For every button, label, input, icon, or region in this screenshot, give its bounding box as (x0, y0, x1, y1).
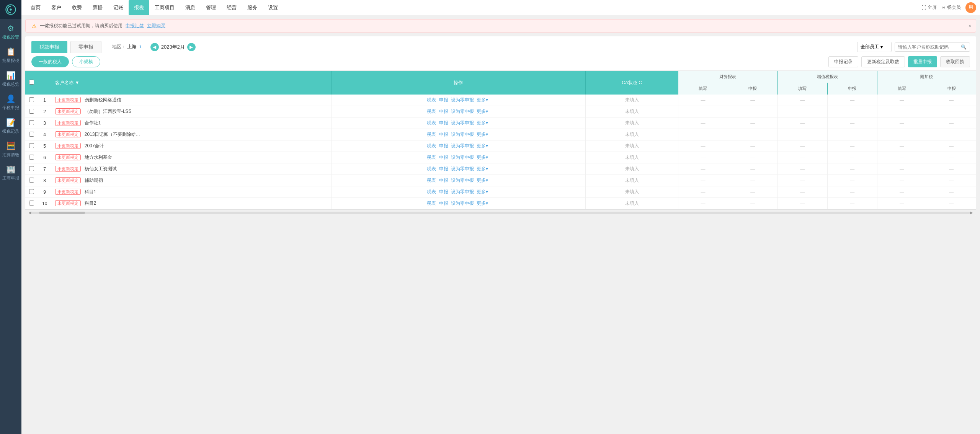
staff-select-dropdown[interactable]: 全部员工 ▾ (857, 42, 892, 52)
nav-billing[interactable]: 收费 (67, 0, 87, 15)
op-2-6[interactable]: 设为零申报 (451, 166, 474, 171)
th-fin-dec: 申报 (728, 83, 777, 95)
op-1-5[interactable]: 申报 (439, 155, 448, 160)
nav-home[interactable]: 首页 (25, 0, 46, 15)
row-checkbox-2[interactable] (29, 120, 34, 125)
row-checkbox-7[interactable] (29, 178, 34, 183)
op-1-4[interactable]: 申报 (439, 143, 448, 148)
row-checkbox-3[interactable] (29, 132, 34, 137)
op-0-3[interactable]: 税表 (427, 132, 436, 137)
op-1-6[interactable]: 申报 (439, 166, 448, 171)
row-checkbox-4[interactable] (29, 143, 34, 148)
op-3-3[interactable]: 更多▾ (477, 132, 488, 137)
sidebar-item-personal-tax[interactable]: 👤 个税申报 (0, 90, 21, 113)
tab-zero-declaration[interactable]: 零申报 (70, 41, 101, 53)
date-prev-button[interactable]: ◀ (150, 43, 159, 51)
op-2-3[interactable]: 设为零申报 (451, 132, 474, 137)
row-checkbox-0[interactable] (29, 97, 34, 102)
op-2-7[interactable]: 设为零申报 (451, 178, 474, 183)
op-3-6[interactable]: 更多▾ (477, 166, 488, 171)
nav-settings[interactable]: 设置 (263, 0, 283, 15)
collect-return-button[interactable]: 收取回执 (940, 56, 970, 67)
op-3-2[interactable]: 更多▾ (477, 120, 488, 126)
op-1-9[interactable]: 申报 (439, 201, 448, 206)
op-2-5[interactable]: 设为零申报 (451, 155, 474, 160)
op-2-4[interactable]: 设为零申报 (451, 143, 474, 148)
op-1-1[interactable]: 申报 (439, 109, 448, 114)
op-0-7[interactable]: 税表 (427, 178, 436, 183)
banner-link-buy[interactable]: 立即购买 (147, 23, 165, 29)
op-2-0[interactable]: 设为零申报 (451, 97, 474, 103)
op-0-5[interactable]: 税表 (427, 155, 436, 160)
nav-operations[interactable]: 经营 (221, 0, 242, 15)
user-avatar[interactable]: 用 (965, 2, 976, 13)
row-checkbox-8[interactable] (29, 189, 34, 194)
nav-bookkeeping[interactable]: 记账 (108, 0, 129, 15)
sidebar-item-tax-overview[interactable]: 📊 报税总览 (0, 66, 21, 90)
op-0-6[interactable]: 税表 (427, 166, 436, 171)
scroll-right-arrow[interactable]: ▶ (970, 210, 973, 215)
op-1-0[interactable]: 申报 (439, 97, 448, 103)
nav-service[interactable]: 服务 (242, 0, 263, 15)
op-1-7[interactable]: 申报 (439, 178, 448, 183)
op-1-2[interactable]: 申报 (439, 120, 448, 126)
scroll-thumb[interactable] (39, 212, 85, 214)
region-info-icon[interactable]: ℹ (139, 44, 141, 49)
row-checkbox-6[interactable] (29, 166, 34, 171)
op-0-0[interactable]: 税表 (427, 97, 436, 103)
tab-tax-declaration[interactable]: 税款申报 (31, 41, 67, 53)
op-3-7[interactable]: 更多▾ (477, 178, 488, 183)
op-0-1[interactable]: 税表 (427, 109, 436, 114)
nav-client[interactable]: 客户 (46, 0, 67, 15)
sidebar-item-batch-tax[interactable]: 📋 批量报税 (0, 42, 21, 66)
update-quota-button[interactable]: 更新税定及取数 (861, 56, 905, 67)
sub-tab-small-scale[interactable]: 小规模 (72, 56, 100, 67)
nav-management[interactable]: 管理 (201, 0, 221, 15)
member-button[interactable]: ♾ 畅会员 (941, 4, 961, 11)
op-3-5[interactable]: 更多▾ (477, 155, 488, 160)
batch-apply-button[interactable]: 批量申报 (908, 56, 937, 67)
nav-invoice[interactable]: 票据 (87, 0, 108, 15)
sidebar-item-settlement[interactable]: 🧮 汇算清缴 (0, 137, 21, 160)
op-3-4[interactable]: 更多▾ (477, 143, 488, 148)
op-2-8[interactable]: 设为零申报 (451, 189, 474, 194)
op-0-9[interactable]: 税表 (427, 201, 436, 206)
sidebar-item-tax-settings[interactable]: ⚙ 报税设置 (0, 19, 21, 42)
op-3-9[interactable]: 更多▾ (477, 201, 488, 206)
search-input[interactable] (898, 44, 959, 50)
horizontal-scrollbar[interactable]: ◀ ▶ (25, 209, 976, 215)
row-checkbox-5[interactable] (29, 155, 34, 160)
op-0-2[interactable]: 税表 (427, 120, 436, 126)
scroll-left-arrow[interactable]: ◀ (28, 210, 31, 215)
fullscreen-button[interactable]: ⛶ 全屏 (921, 4, 937, 11)
op-2-9[interactable]: 设为零申报 (451, 201, 474, 206)
sidebar-item-business-annual[interactable]: 🏢 工商年报 (0, 160, 21, 183)
row-checkbox-9[interactable] (29, 201, 34, 206)
row-checkbox-1[interactable] (29, 109, 34, 114)
date-next-button[interactable]: ▶ (187, 43, 196, 51)
op-2-2[interactable]: 设为零申报 (451, 120, 474, 126)
op-0-8[interactable]: 税表 (427, 189, 436, 194)
op-0-4[interactable]: 税表 (427, 143, 436, 148)
op-1-3[interactable]: 申报 (439, 132, 448, 137)
banner-close-button[interactable]: × (969, 23, 971, 29)
row-fin-dec: — (728, 198, 777, 209)
nav-messages[interactable]: 消息 (180, 0, 201, 15)
op-3-8[interactable]: 更多▾ (477, 189, 488, 194)
op-2-1[interactable]: 设为零申报 (451, 109, 474, 114)
nav-tax[interactable]: 报税 (129, 0, 149, 15)
op-3-0[interactable]: 更多▾ (477, 97, 488, 103)
op-3-1[interactable]: 更多▾ (477, 109, 488, 114)
banner-link-report[interactable]: 申报汇签 (126, 23, 144, 29)
sidebar-item-tax-records[interactable]: 📝 报税记录 (0, 113, 21, 137)
search-icon[interactable]: 🔍 (961, 44, 967, 50)
apply-record-button[interactable]: 申报记录 (828, 56, 858, 67)
th-fin-fill: 填写 (678, 83, 728, 95)
sub-tab-general-taxpayer[interactable]: 一般的税人 (31, 56, 69, 67)
sort-icon[interactable]: ▼ (75, 80, 80, 85)
row-add-fill: — (877, 95, 927, 106)
select-all-checkbox[interactable] (29, 80, 34, 85)
nav-business[interactable]: 工商项目 (149, 0, 180, 15)
scroll-track[interactable] (31, 212, 970, 214)
op-1-8[interactable]: 申报 (439, 189, 448, 194)
